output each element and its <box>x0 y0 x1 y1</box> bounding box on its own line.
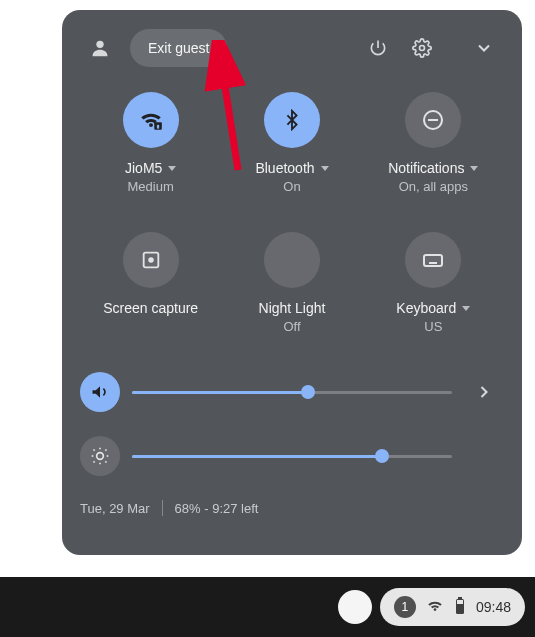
user-avatar-icon[interactable] <box>80 28 120 68</box>
taskbar-app-icon[interactable] <box>338 590 372 624</box>
tile-label: Night Light <box>259 300 326 316</box>
tile-label: Keyboard <box>396 300 456 316</box>
power-icon[interactable] <box>358 28 398 68</box>
volume-slider[interactable] <box>132 384 452 400</box>
svg-point-3 <box>156 125 159 128</box>
wifi-status-icon <box>426 597 444 618</box>
tiles-grid: JioM5 Medium Bluetooth On Notifications … <box>80 92 504 334</box>
tile-label: Screen capture <box>103 300 198 316</box>
svg-rect-27 <box>457 600 463 604</box>
wifi-icon <box>123 92 179 148</box>
svg-line-22 <box>94 461 95 462</box>
tile-label: JioM5 <box>125 160 162 176</box>
screen-capture-icon <box>123 232 179 288</box>
do-not-disturb-icon <box>405 92 461 148</box>
tile-sublabel: On <box>283 179 300 194</box>
tile-keyboard[interactable]: Keyboard US <box>363 232 504 334</box>
quick-settings-panel: Exit guest JioM5 Medium Bluetooth On <box>62 10 522 555</box>
tile-screen-capture[interactable]: Screen capture <box>80 232 221 334</box>
sliders <box>80 372 504 476</box>
collapse-chevron-down-icon[interactable] <box>464 28 504 68</box>
tile-bluetooth[interactable]: Bluetooth On <box>221 92 362 194</box>
tile-sublabel: Off <box>283 319 300 334</box>
brightness-row <box>80 436 504 476</box>
separator <box>162 500 163 516</box>
panel-footer: Tue, 29 Mar 68% - 9:27 left <box>80 500 504 516</box>
svg-point-8 <box>148 257 154 263</box>
keyboard-icon <box>405 232 461 288</box>
svg-rect-9 <box>424 255 442 266</box>
gear-icon[interactable] <box>402 28 442 68</box>
svg-point-1 <box>420 46 425 51</box>
notification-count-badge: 1 <box>394 596 416 618</box>
footer-date: Tue, 29 Mar <box>80 501 150 516</box>
svg-line-19 <box>94 450 95 451</box>
svg-rect-26 <box>458 597 462 599</box>
svg-rect-4 <box>157 127 159 129</box>
footer-battery: 68% - 9:27 left <box>175 501 259 516</box>
svg-point-0 <box>96 41 103 48</box>
tile-label: Notifications <box>388 160 464 176</box>
tile-sublabel: On, all apps <box>399 179 468 194</box>
audio-settings-chevron-right-icon[interactable] <box>464 372 504 412</box>
battery-status-icon <box>454 597 466 618</box>
volume-row <box>80 372 504 412</box>
tile-wifi[interactable]: JioM5 Medium <box>80 92 221 194</box>
brightness-slider[interactable] <box>132 448 452 464</box>
svg-point-14 <box>97 453 104 460</box>
svg-line-21 <box>105 450 106 451</box>
tile-sublabel: Medium <box>128 179 174 194</box>
status-tray[interactable]: 1 09:48 <box>380 588 525 626</box>
tile-label: Bluetooth <box>255 160 314 176</box>
tile-night-light[interactable]: Night Light Off <box>221 232 362 334</box>
tile-sublabel: US <box>424 319 442 334</box>
taskbar: 1 09:48 <box>0 577 535 637</box>
volume-icon[interactable] <box>80 372 120 412</box>
taskbar-time: 09:48 <box>476 599 511 615</box>
bluetooth-icon <box>264 92 320 148</box>
night-light-icon <box>264 232 320 288</box>
svg-line-20 <box>105 461 106 462</box>
tile-notifications[interactable]: Notifications On, all apps <box>363 92 504 194</box>
brightness-icon[interactable] <box>80 436 120 476</box>
panel-header: Exit guest <box>80 28 504 68</box>
exit-guest-button[interactable]: Exit guest <box>130 29 227 67</box>
